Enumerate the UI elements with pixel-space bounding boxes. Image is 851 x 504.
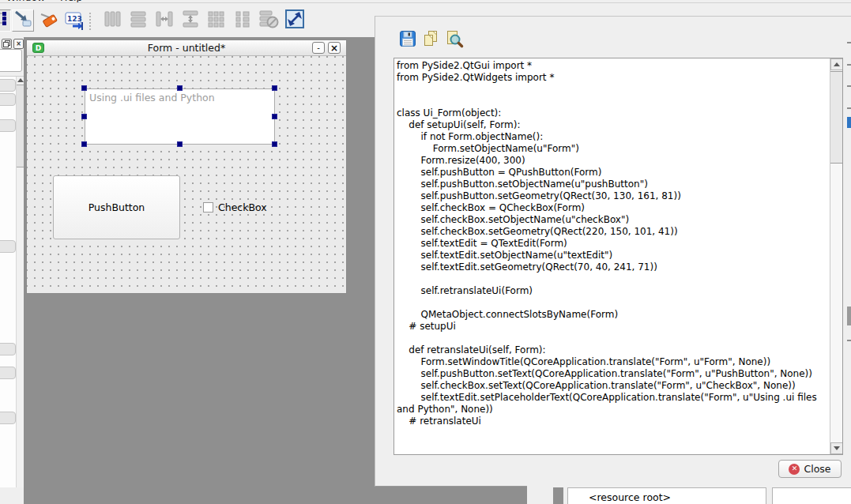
float-icon bbox=[3, 40, 10, 47]
close-dialog-button[interactable]: ✕ Close bbox=[778, 460, 842, 478]
edit-buddies-icon bbox=[40, 9, 58, 32]
scroll-up-button[interactable] bbox=[830, 58, 843, 70]
edit-tab-order-button[interactable]: 123 bbox=[63, 9, 85, 32]
layout-vertically-button[interactable] bbox=[127, 9, 149, 32]
scroll-down-button[interactable] bbox=[830, 442, 843, 454]
qt-designer-screen: Window Help 123 bbox=[0, 0, 851, 504]
edit-signals-slots-icon bbox=[13, 9, 32, 32]
layout-horizontally-splitter-button[interactable] bbox=[153, 9, 175, 32]
textedit-widget[interactable]: Using .ui files and Python bbox=[85, 88, 275, 145]
selection-handle[interactable] bbox=[272, 114, 277, 119]
checkbox-label: CheckBox bbox=[218, 201, 267, 213]
layout-form-button[interactable] bbox=[232, 9, 254, 32]
checkbox-indicator[interactable] bbox=[203, 202, 213, 213]
copy-button[interactable] bbox=[422, 30, 441, 49]
selection-handle[interactable] bbox=[81, 114, 87, 119]
widget-category-bar[interactable] bbox=[0, 119, 16, 132]
resource-root-label: <resource root> bbox=[589, 491, 671, 503]
close-icon: × bbox=[330, 43, 338, 53]
selection-handle[interactable] bbox=[272, 85, 277, 91]
selection-handle[interactable] bbox=[272, 141, 277, 147]
scrollbar-thumb[interactable] bbox=[830, 71, 842, 164]
adjust-size-icon bbox=[284, 9, 305, 32]
break-layout-icon bbox=[258, 9, 279, 32]
scroll-down-icon bbox=[834, 446, 840, 450]
form-canvas[interactable]: Using .ui files and Python PushButton Ch… bbox=[27, 56, 346, 293]
pushbutton-widget[interactable]: PushButton bbox=[53, 175, 180, 239]
form-window-titlebar[interactable]: D Form - untitled* - × bbox=[27, 40, 346, 56]
minimize-icon: - bbox=[317, 44, 320, 52]
code-preview-dialog: from PySide2.QtGui import * from PySide2… bbox=[375, 16, 851, 487]
layout-horizontally-splitter-icon bbox=[155, 9, 174, 32]
menu-help[interactable]: Help bbox=[60, 0, 83, 3]
checkbox-widget[interactable]: CheckBox bbox=[203, 191, 283, 224]
toolbar-separator bbox=[88, 12, 92, 31]
form-minimize-button[interactable]: - bbox=[312, 42, 325, 54]
clipped-selection-fragment bbox=[847, 117, 851, 128]
selection-handle[interactable] bbox=[177, 141, 183, 147]
widget-category-bar[interactable] bbox=[0, 412, 16, 424]
layout-vertically-splitter-button[interactable] bbox=[179, 9, 201, 32]
widget-category-bar[interactable] bbox=[0, 93, 16, 106]
adjust-size-button[interactable] bbox=[284, 9, 306, 32]
form-close-button[interactable]: × bbox=[328, 42, 341, 54]
selection-handle[interactable] bbox=[177, 85, 183, 91]
generated-code[interactable]: from PySide2.QtGui import * from PySide2… bbox=[397, 60, 827, 427]
textedit-placeholder: Using .ui files and Python bbox=[89, 92, 215, 103]
widget-box-dock: × bbox=[0, 37, 24, 487]
layout-form-icon bbox=[233, 9, 252, 32]
layout-vertically-splitter-icon bbox=[181, 9, 200, 32]
selection-handle[interactable] bbox=[81, 141, 87, 147]
designer-form-icon: D bbox=[32, 43, 44, 53]
svg-text:123: 123 bbox=[67, 15, 82, 23]
edit-widgets-icon bbox=[0, 10, 9, 31]
save-icon bbox=[399, 36, 416, 51]
widget-box-scrollbar[interactable] bbox=[16, 77, 24, 487]
resource-tree-panel[interactable]: <resource root> bbox=[567, 487, 766, 504]
form-window-title: Form - untitled* bbox=[27, 42, 346, 54]
form-editor-window: D Form - untitled* - × Using .ui files a… bbox=[26, 39, 347, 294]
layout-vertically-icon bbox=[129, 9, 148, 32]
code-scrollbar[interactable] bbox=[830, 58, 842, 454]
edit-tab-order-icon: 123 bbox=[65, 11, 84, 30]
widget-box-list[interactable] bbox=[0, 76, 24, 487]
menu-window[interactable]: Window bbox=[6, 0, 45, 3]
menubar: Window Help bbox=[0, 0, 851, 3]
widget-category-bar[interactable] bbox=[0, 240, 16, 253]
edit-buddies-button[interactable] bbox=[38, 9, 60, 32]
widget-category-bar[interactable] bbox=[0, 367, 16, 379]
scroll-up-icon bbox=[834, 62, 840, 66]
widget-category-bar[interactable] bbox=[0, 79, 16, 92]
resource-preview-panel[interactable] bbox=[772, 487, 851, 504]
layout-horizontally-button[interactable] bbox=[101, 9, 123, 32]
code-view[interactable]: from PySide2.QtGui import * from PySide2… bbox=[393, 58, 843, 455]
edit-widgets-button[interactable] bbox=[0, 9, 11, 32]
close-red-icon: ✕ bbox=[789, 464, 800, 475]
scroll-up-icon[interactable] bbox=[17, 78, 24, 82]
layout-grid-button[interactable] bbox=[205, 9, 228, 32]
close-icon: × bbox=[16, 40, 21, 47]
find-button[interactable] bbox=[445, 30, 464, 49]
close-button-label: Close bbox=[804, 463, 830, 475]
widget-category-bar[interactable] bbox=[0, 343, 16, 355]
find-icon bbox=[445, 37, 464, 52]
save-button[interactable] bbox=[399, 30, 418, 49]
widget-filter-input[interactable] bbox=[0, 49, 22, 72]
scrollbar-thumb[interactable] bbox=[17, 85, 24, 167]
selection-handle[interactable] bbox=[81, 85, 87, 91]
dock-close-button[interactable]: × bbox=[13, 39, 24, 49]
pushbutton-label: PushButton bbox=[88, 201, 145, 213]
edit-signals-slots-button[interactable] bbox=[12, 9, 34, 32]
break-layout-button[interactable] bbox=[258, 9, 280, 32]
dock-splitter-handle[interactable] bbox=[553, 487, 563, 504]
layout-grid-icon bbox=[207, 9, 226, 32]
layout-horizontally-icon bbox=[103, 9, 122, 32]
dock-float-button[interactable] bbox=[2, 39, 12, 49]
copy-icon bbox=[422, 36, 439, 51]
